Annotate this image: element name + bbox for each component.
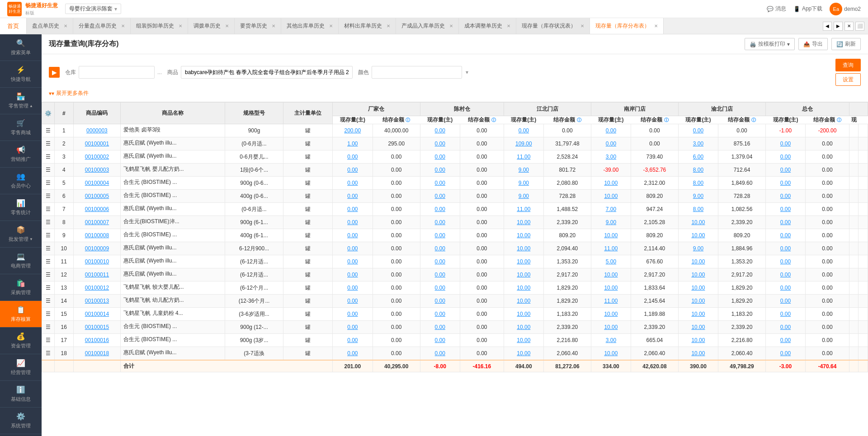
tab-close-icon[interactable]: ✕ bbox=[121, 23, 125, 28]
tab-close-icon[interactable]: ✕ bbox=[64, 23, 67, 28]
table-cell[interactable]: 0.00 bbox=[591, 137, 631, 150]
table-cell[interactable]: 0.00 bbox=[765, 229, 805, 242]
tab-inventory-history[interactable]: 盘点单历史 ✕ bbox=[27, 18, 73, 34]
tab-product-inbound[interactable]: 产成品入库单历史 ✕ bbox=[396, 18, 459, 34]
table-cell[interactable]: 00100012 bbox=[73, 281, 121, 295]
table-cell[interactable]: 0.00 bbox=[332, 177, 373, 190]
sidebar-item-system[interactable]: ⚙️ 系统管理 bbox=[0, 408, 42, 434]
table-cell[interactable]: 00100006 bbox=[73, 203, 121, 216]
table-cell[interactable]: 10.00 bbox=[504, 281, 543, 295]
print-btn[interactable]: 🖨️ 按模板打印 ▾ bbox=[745, 38, 795, 50]
table-cell[interactable]: 10.00 bbox=[678, 216, 718, 229]
table-cell[interactable]: 0.00 bbox=[765, 268, 805, 281]
table-cell[interactable]: 0.00 bbox=[420, 255, 460, 268]
table-cell[interactable]: 10.00 bbox=[591, 308, 631, 321]
table-cell[interactable]: 10.00 bbox=[678, 229, 718, 242]
table-cell[interactable]: 10.00 bbox=[591, 177, 631, 190]
table-cell[interactable]: 3.00 bbox=[678, 137, 718, 150]
sidebar-item-retail-store[interactable]: 🛒 零售商城 bbox=[0, 114, 42, 141]
table-cell[interactable]: 0.00 bbox=[420, 137, 460, 150]
table-cell[interactable]: 0.00 bbox=[765, 308, 805, 321]
table-cell[interactable]: 11.00 bbox=[504, 150, 543, 164]
app-download-btn[interactable]: 📱 App下载 bbox=[793, 5, 822, 13]
row-gear[interactable]: ☰ bbox=[42, 190, 55, 203]
row-gear[interactable]: ☰ bbox=[42, 242, 55, 255]
sidebar-item-collab[interactable]: 🤝 企业协同 bbox=[0, 434, 42, 436]
table-cell[interactable]: 0.00 bbox=[678, 124, 718, 137]
toggle-btn[interactable]: ▶ bbox=[49, 67, 60, 78]
table-cell[interactable]: 10.00 bbox=[678, 255, 718, 268]
message-btn[interactable]: 💬 消息 bbox=[767, 5, 786, 13]
table-cell[interactable]: 10.00 bbox=[678, 321, 718, 334]
tab-close-icon[interactable]: ✕ bbox=[272, 23, 275, 28]
tab-stock-distribution[interactable]: 现存量（库存分布表） ✕ bbox=[590, 18, 664, 34]
table-cell[interactable]: 8.00 bbox=[678, 203, 718, 216]
table-cell[interactable]: 10.00 bbox=[504, 321, 543, 334]
table-cell[interactable]: 0.00 bbox=[765, 150, 805, 164]
table-cell[interactable]: 0.00 bbox=[332, 334, 373, 347]
info-icon-5[interactable]: ⓘ bbox=[751, 117, 756, 122]
table-cell[interactable]: 0.00 bbox=[420, 268, 460, 281]
row-gear[interactable]: ☰ bbox=[42, 268, 55, 281]
table-cell[interactable]: 0.00 bbox=[332, 295, 373, 308]
sidebar-item-purchase[interactable]: 🛍️ 采购管理 bbox=[0, 274, 42, 301]
table-cell[interactable]: 10.00 bbox=[504, 334, 543, 347]
table-cell[interactable]: 0.00 bbox=[420, 334, 460, 347]
tab-cost-adjust[interactable]: 成本调整单历史 ✕ bbox=[459, 18, 516, 34]
table-cell[interactable]: 0.00 bbox=[420, 308, 460, 321]
tab-close-icon[interactable]: ✕ bbox=[387, 23, 390, 28]
table-cell[interactable]: 0.00 bbox=[420, 347, 460, 361]
tab-order-history[interactable]: 要货单历史 ✕ bbox=[235, 18, 281, 34]
table-cell[interactable]: 0.00 bbox=[765, 164, 805, 177]
row-gear[interactable]: ☰ bbox=[42, 321, 55, 334]
table-cell[interactable]: 0.00 bbox=[420, 190, 460, 203]
tab-transfer-history[interactable]: 调拨单历史 ✕ bbox=[188, 18, 235, 34]
sidebar-item-inventory[interactable]: 📋 库存核算 bbox=[0, 301, 42, 328]
tab-close-icon[interactable]: ✕ bbox=[329, 23, 333, 28]
tab-close-icon[interactable]: ✕ bbox=[507, 23, 510, 28]
table-cell[interactable]: 6.00 bbox=[678, 150, 718, 164]
table-cell[interactable]: 00100004 bbox=[73, 177, 121, 190]
table-cell[interactable]: 0.00 bbox=[765, 281, 805, 295]
table-cell[interactable]: 00100005 bbox=[73, 190, 121, 203]
table-cell[interactable]: 11.00 bbox=[504, 203, 543, 216]
info-icon-1[interactable]: ⓘ bbox=[406, 117, 410, 122]
table-cell[interactable]: 0.00 bbox=[765, 334, 805, 347]
table-cell[interactable]: 00100010 bbox=[73, 255, 121, 268]
table-cell[interactable]: 9.00 bbox=[504, 190, 543, 203]
table-cell[interactable]: 10.00 bbox=[504, 268, 543, 281]
table-cell[interactable]: 0.00 bbox=[765, 242, 805, 255]
tab-material-outbound[interactable]: 材料出库单历史 ✕ bbox=[339, 18, 396, 34]
info-icon-2[interactable]: ⓘ bbox=[491, 117, 496, 122]
table-cell[interactable]: 0.00 bbox=[332, 255, 373, 268]
sidebar-item-member[interactable]: 👥 会员中心 bbox=[0, 168, 42, 194]
tab-prev-btn[interactable]: ◀ bbox=[823, 22, 832, 31]
table-cell[interactable]: 7.00 bbox=[591, 203, 631, 216]
table-cell[interactable]: 0.00 bbox=[420, 281, 460, 295]
search-btn[interactable]: 查询 bbox=[835, 59, 861, 71]
expand-btn[interactable]: ▾▾ 展开更多条件 bbox=[49, 89, 861, 97]
table-cell[interactable]: 0.00 bbox=[765, 137, 805, 150]
table-cell[interactable]: 00100013 bbox=[73, 295, 121, 308]
tab-close-icon[interactable]: ✕ bbox=[449, 23, 453, 28]
table-cell[interactable]: 0.00 bbox=[332, 164, 373, 177]
tab-close-icon[interactable]: ✕ bbox=[580, 23, 584, 28]
goods-input[interactable] bbox=[181, 66, 353, 79]
sidebar-item-quicknav[interactable]: ⚡ 快捷导航 bbox=[0, 61, 42, 88]
table-cell[interactable]: 9.00 bbox=[591, 216, 631, 229]
table-cell[interactable]: 0.00 bbox=[332, 229, 373, 242]
table-cell[interactable]: 0.00 bbox=[765, 177, 805, 190]
table-cell[interactable]: 00100011 bbox=[73, 268, 121, 281]
table-cell[interactable]: 0.00 bbox=[420, 216, 460, 229]
sidebar-item-operations[interactable]: 📈 经营管理 bbox=[0, 354, 42, 381]
table-cell[interactable]: 00100002 bbox=[73, 150, 121, 164]
sidebar-item-search[interactable]: 🔍 搜索英单 bbox=[0, 34, 42, 61]
table-cell[interactable]: 0.00 bbox=[332, 190, 373, 203]
row-gear[interactable]: ☰ bbox=[42, 334, 55, 347]
table-cell[interactable]: 0.00 bbox=[420, 177, 460, 190]
table-cell[interactable]: 0.00 bbox=[332, 242, 373, 255]
table-cell[interactable]: 10.00 bbox=[678, 347, 718, 361]
sidebar-item-basic-info[interactable]: ℹ️ 基础信息 bbox=[0, 381, 42, 408]
table-cell[interactable]: 11.00 bbox=[591, 242, 631, 255]
table-cell[interactable]: 0.00 bbox=[420, 203, 460, 216]
